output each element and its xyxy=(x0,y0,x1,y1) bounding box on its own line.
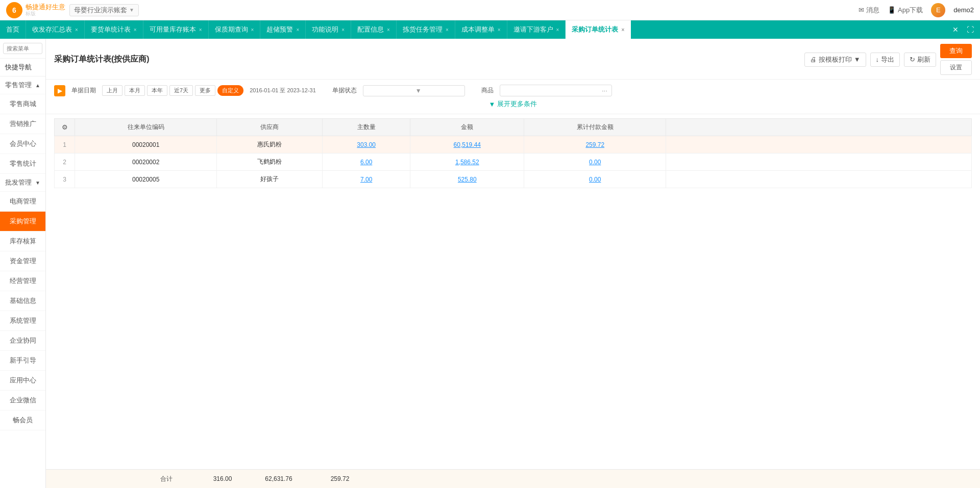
close-icon[interactable]: × xyxy=(498,27,501,33)
tab-kyldkc[interactable]: 可用量库存账本 × xyxy=(143,20,209,39)
close-icon[interactable]: × xyxy=(296,27,299,33)
username: demo2 xyxy=(953,6,974,14)
chevron-down-icon: ▼ xyxy=(854,56,861,63)
th-supplier: 供应商 xyxy=(217,119,322,136)
close-all-tabs-button[interactable]: ✕ xyxy=(950,24,961,35)
sidebar-item-marketing[interactable]: 营销推广 xyxy=(0,114,45,134)
setting-button[interactable]: 设置 xyxy=(940,60,972,75)
tab-ccy[interactable]: 超储预警 × xyxy=(260,20,306,39)
search-input[interactable] xyxy=(3,43,42,54)
sidebar-item-ecommerce[interactable]: 电商管理 xyxy=(0,192,45,212)
tab-cgdd[interactable]: 采购订单统计表 × xyxy=(566,20,631,39)
tab-home[interactable]: 首页 xyxy=(0,20,26,39)
cell-quantity[interactable]: 7.00 xyxy=(322,171,410,188)
cell-code: 00020001 xyxy=(75,136,217,153)
date-btn-last-month[interactable]: 上月 xyxy=(102,85,122,96)
sidebar-item-app-center[interactable]: 应用中心 xyxy=(0,371,45,391)
tab-jhgl[interactable]: 拣货任务管理 × xyxy=(397,20,455,39)
logo-area: 6 畅捷通好生意 标版 xyxy=(6,2,65,18)
cell-paid[interactable]: 259.72 xyxy=(524,136,666,153)
table-header-row: ⚙ 往来单位编码 供应商 主数量 金额 累计付款金额 xyxy=(55,119,972,136)
cell-amount[interactable]: 525.80 xyxy=(410,171,524,188)
print-button[interactable]: 🖨 按模板打印 ▼ xyxy=(804,53,866,67)
cell-supplier: 惠氏奶粉 xyxy=(217,136,322,153)
sidebar-item-enterprise[interactable]: 企业协同 xyxy=(0,331,45,351)
status-select[interactable]: ▼ xyxy=(363,85,465,96)
page-content: 采购订单统计表(按供应商) 🖨 按模板打印 ▼ ↓ 导出 ↻ xyxy=(46,39,980,488)
cell-paid[interactable]: 0.00 xyxy=(524,153,666,171)
sidebar-item-shortcut[interactable]: 快捷导航 xyxy=(0,59,45,76)
date-btn-more[interactable]: 更多 xyxy=(195,85,215,96)
expand-more-button[interactable]: ▼ 展开更多条件 xyxy=(54,99,972,109)
footer-paid: 259.72 xyxy=(309,475,371,482)
sidebar-item-newbie[interactable]: 新手引导 xyxy=(0,351,45,371)
th-quantity: 主数量 xyxy=(322,119,410,136)
date-btn-custom[interactable]: 自定义 xyxy=(217,85,243,96)
tab-yyxygk[interactable]: 邀请下游客户 × xyxy=(507,20,566,39)
sidebar-item-retail-stat[interactable]: 零售统计 xyxy=(0,154,45,174)
sidebar-item-finance[interactable]: 资金管理 xyxy=(0,251,45,271)
app-download-button[interactable]: 📱 App下载 xyxy=(888,6,923,15)
cell-quantity[interactable]: 303.00 xyxy=(322,136,410,153)
sidebar-item-system[interactable]: 系统管理 xyxy=(0,311,45,331)
close-icon[interactable]: × xyxy=(341,27,345,33)
tab-home-label: 首页 xyxy=(6,25,19,34)
sidebar-item-member2[interactable]: 畅会员 xyxy=(0,410,45,430)
query-button[interactable]: 查询 xyxy=(940,44,972,58)
export-button[interactable]: ↓ 导出 xyxy=(870,53,900,67)
tab-bzq[interactable]: 保质期查询 × xyxy=(209,20,261,39)
page-header: 采购订单统计表(按供应商) 🖨 按模板打印 ▼ ↓ 导出 ↻ xyxy=(46,39,980,80)
chevron-down-icon: ▼ xyxy=(129,7,134,13)
close-icon[interactable]: × xyxy=(251,27,254,33)
sidebar-item-retail-shop[interactable]: 零售商城 xyxy=(0,94,45,114)
tab-pzxx[interactable]: 配置信息 × xyxy=(351,20,397,39)
data-table: ⚙ 往来单位编码 供应商 主数量 金额 累计付款金额 1 00020001 xyxy=(54,118,972,188)
print-icon: 🖨 xyxy=(810,56,817,63)
avatar[interactable]: E xyxy=(931,3,945,17)
date-range-text: 2016-01-01 至 2023-12-31 xyxy=(250,87,316,94)
cell-paid[interactable]: 0.00 xyxy=(524,171,666,188)
refresh-button[interactable]: ↻ 刷新 xyxy=(904,53,936,67)
download-icon: 📱 xyxy=(888,6,896,14)
date-btn-this-year[interactable]: 本年 xyxy=(147,85,167,96)
cell-quantity[interactable]: 6.00 xyxy=(322,153,410,171)
maximize-button[interactable]: ⛶ xyxy=(965,24,976,35)
date-btn-this-month[interactable]: 本月 xyxy=(125,85,145,96)
filter-area: ▶ 单据日期 上月 本月 本年 近7天 更多 自定义 2016-01-01 至 … xyxy=(46,80,980,114)
close-icon[interactable]: × xyxy=(621,27,624,33)
sidebar-item-wechat[interactable]: 企业微信 xyxy=(0,391,45,410)
date-btn-7days[interactable]: 近7天 xyxy=(169,85,193,96)
close-icon[interactable]: × xyxy=(199,27,202,33)
tab-yhd[interactable]: 要货单统计表 × xyxy=(85,20,143,39)
close-icon[interactable]: × xyxy=(387,27,390,33)
sidebar-item-basic-info[interactable]: 基础信息 xyxy=(0,291,45,311)
logo-text: 畅捷通好生意 标版 xyxy=(26,3,65,17)
tab-sfs[interactable]: 收发存汇总表 × xyxy=(26,20,85,39)
cell-amount[interactable]: 1,586.52 xyxy=(410,153,524,171)
goods-input[interactable] xyxy=(504,87,600,94)
cell-amount[interactable]: 60,519.44 xyxy=(410,136,524,153)
expand-icon: ▼ xyxy=(35,180,40,186)
sidebar-item-purchase[interactable]: 采购管理 xyxy=(0,212,45,232)
sidebar-item-inventory[interactable]: 库存核算 xyxy=(0,232,45,251)
filter-row-1: ▶ 单据日期 上月 本月 本年 近7天 更多 自定义 2016-01-01 至 … xyxy=(54,85,972,96)
close-icon[interactable]: × xyxy=(556,27,559,33)
cell-supplier: 好孩子 xyxy=(217,171,322,188)
th-paid: 累计付款金额 xyxy=(524,119,666,136)
sidebar-item-member[interactable]: 会员中心 xyxy=(0,134,45,154)
close-icon[interactable]: × xyxy=(75,27,78,33)
sidebar-item-wholesale[interactable]: 批发管理 ▼ xyxy=(0,174,45,192)
expand-icon: ▼ xyxy=(489,100,496,108)
goods-input-wrap: ··· xyxy=(500,85,612,96)
sidebar-item-retail-mgmt[interactable]: 零售管理 ▲ xyxy=(0,76,45,94)
message-button[interactable]: ✉ 消息 xyxy=(859,6,879,15)
close-icon[interactable]: × xyxy=(134,27,137,33)
filter-toggle-button[interactable]: ▶ xyxy=(54,85,65,96)
gear-icon: ⚙ xyxy=(62,123,68,131)
tab-cbtz[interactable]: 成本调整单 × xyxy=(455,20,507,39)
workspace-selector[interactable]: 母婴行业演示账套 ▼ xyxy=(69,4,139,16)
footer-summary-row: 合计 316.00 62,631.76 259.72 xyxy=(54,470,972,488)
sidebar-item-operations[interactable]: 经营管理 xyxy=(0,271,45,291)
close-icon[interactable]: × xyxy=(446,27,449,33)
tab-gnsm[interactable]: 功能说明 × xyxy=(306,20,351,39)
